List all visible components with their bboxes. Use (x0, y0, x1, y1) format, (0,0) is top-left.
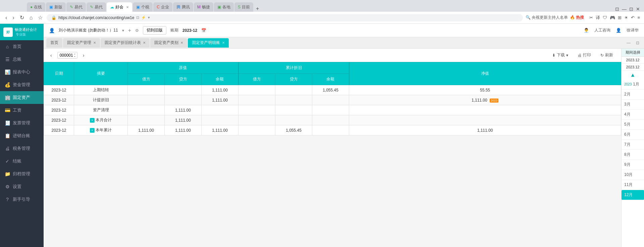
ledger-table: 日期 摘要 原值 累计折旧 净值 借方 贷方 余额 借方 贷方 余额 (44, 62, 621, 135)
tabs-bar: 首页 固定资产管理 ✕ 固定资产折旧统计表 ✕ 固定资产类别 ✕ 固定资产明细账… (44, 37, 644, 49)
top-bar-right: 👨‍💼 人工咨询 👤 徐译华 (584, 27, 639, 33)
browser-tab-changjie[interactable]: M 畅捷 (194, 2, 213, 12)
minimize-panel-button[interactable]: — (625, 40, 633, 46)
close-tab-detail-icon[interactable]: ✕ (222, 41, 225, 45)
sidebar-item-settings[interactable]: ⚙ 设置 (0, 180, 44, 193)
scroll-up-button[interactable]: ▲ (622, 71, 644, 79)
home-button[interactable]: ⌂ (28, 14, 34, 21)
browser-tab-gedi[interactable]: ▣ 各地 (214, 2, 234, 12)
col-original-value: 原值 (128, 62, 238, 74)
monthly-total-icon: + (90, 118, 95, 123)
period-month-2[interactable]: 2月 (622, 89, 644, 100)
table-row: 2023-12 资产清理 1,111.00 (44, 105, 621, 115)
close-tab-cat-icon[interactable]: ✕ (180, 41, 183, 45)
download-button[interactable]: ⬇ 下载 ▾ (549, 51, 571, 59)
col-orig-credit: 贷方 (165, 74, 202, 85)
table-row: 2023-12 + 本月合计 1,111.00 (44, 115, 621, 125)
sidebar-item-general-ledger[interactable]: ☰ 总账 (0, 53, 44, 66)
period-month-5[interactable]: 5月 (622, 120, 644, 130)
browser-tab-new[interactable]: ▣ 新版 (46, 2, 66, 12)
print-button[interactable]: 🖨 打印 (575, 51, 594, 59)
switch-version-button[interactable]: 切到旧版 (143, 26, 166, 35)
add-account-button[interactable]: + (128, 27, 131, 34)
tax-icon: 🖨 (5, 146, 10, 151)
refresh-button[interactable]: ↻ 刷新 (598, 51, 616, 59)
sidebar-item-invoice[interactable]: 🧾 发票管理 (0, 117, 44, 129)
tab-depreciation-stats[interactable]: 固定资产折旧统计表 ✕ (101, 38, 150, 48)
tab-category[interactable]: 固定资产类别 ✕ (150, 38, 187, 48)
toolbar-right: ⬇ 下载 ▾ 🖨 打印 ↻ 刷新 (549, 51, 616, 59)
period-month-3[interactable]: 3月 (622, 100, 644, 110)
logo-icon: 好 (3, 27, 13, 37)
browser-tab-geshui[interactable]: ▣ 个税 (133, 2, 153, 12)
sidebar-item-close-period[interactable]: ✓ 结账 (0, 155, 44, 168)
page-input[interactable] (57, 52, 77, 59)
close-tab-dep-icon[interactable]: ✕ (143, 41, 146, 45)
sidebar-item-archive[interactable]: 📁 归档管理 (0, 168, 44, 180)
support-link[interactable]: 人工咨询 (594, 27, 610, 33)
dropdown-icon[interactable]: ▾ (122, 28, 124, 33)
maximize-panel-button[interactable]: ⊡ (634, 40, 641, 46)
period-month-6[interactable]: 6月 (622, 130, 644, 140)
tab-home[interactable]: 首页 (46, 38, 62, 48)
calendar-icon[interactable]: 📅 (201, 28, 206, 33)
settings-small-icon[interactable]: ⚙ (135, 28, 139, 33)
close-tab-mgmt-icon[interactable]: ✕ (93, 41, 96, 45)
period-selected-end: 2023.12 (622, 64, 644, 71)
period-month-1[interactable]: 2023 1月 (622, 79, 644, 89)
forward-button[interactable]: › (11, 14, 15, 21)
year-label: 2023 (624, 82, 632, 86)
col-accumulated-dep: 累计折旧 (238, 62, 349, 74)
sidebar: 好 畅捷通好会计 专业版 ⌂ 首页 ☰ 总账 📊 报表中心 💰 资金管理 (0, 24, 44, 247)
top-bar: 👤 刘小艳演示账套 (勿删勿动！）11 ▾ + ⚙ 切到旧版 账期 2023-1… (44, 24, 644, 37)
browser-tab-online[interactable]: ● 在线 (27, 2, 45, 12)
period-selected-start: 2023.12 (622, 57, 644, 64)
sidebar-item-reports[interactable]: 📊 报表中心 (0, 66, 44, 78)
guide-icon: ? (5, 197, 10, 202)
table-row: 2023-12 + 本年累计 1,111.00 1,111.00 1,111.0… (44, 125, 621, 135)
period-month-10[interactable]: 10月 (622, 170, 644, 180)
sidebar-item-fixed-assets[interactable]: 🏢 固定资产 (0, 91, 44, 104)
close-period-icon: ✓ (5, 159, 10, 164)
sidebar-item-tax[interactable]: 🖨 税务管理 (0, 142, 44, 155)
period-month-8[interactable]: 8月 (622, 150, 644, 160)
tab-detail-ledger[interactable]: 固定资产明细账 ✕ (188, 38, 229, 48)
sidebar-menu: ⌂ 首页 ☰ 总账 📊 报表中心 💰 资金管理 🏢 固定资产 💳 工资 (0, 40, 44, 247)
sidebar-item-funds[interactable]: 💰 资金管理 (0, 78, 44, 91)
browser-tab-yidai2[interactable]: ✎ 易代 (87, 2, 106, 12)
ledger-main: ‹ › ⬇ 下载 ▾ 🖨 打印 ↻ (44, 49, 621, 247)
assets-icon: 🏢 (5, 95, 10, 100)
period-month-11[interactable]: 11月 (622, 180, 644, 190)
user-info[interactable]: 徐译华 (627, 27, 639, 33)
logo-text: 畅捷通好会计 (15, 27, 37, 32)
content-area: ‹ › ⬇ 下载 ▾ 🖨 打印 ↻ (44, 49, 644, 247)
browser-tab-yidai1[interactable]: ✎ 易代 (66, 2, 86, 12)
close-tab-icon[interactable]: ✕ (126, 5, 129, 9)
browser-tab-tengxun[interactable]: 腾 腾讯 (173, 2, 193, 12)
sidebar-item-payroll[interactable]: 💳 工资 (0, 104, 44, 117)
period-month-12[interactable]: 12月 (622, 190, 644, 200)
browser-tab-qiye[interactable]: C 企业 (153, 2, 172, 12)
period-panel: 期间选择 2023.12 2023.12 ▲ 2023 1月 2月 3月 4月 (621, 49, 644, 247)
col-desc: 摘要 (74, 62, 128, 85)
col-accum-credit: 贷方 (275, 74, 312, 85)
next-page-button[interactable]: › (82, 52, 86, 59)
back-button[interactable]: ‹ (4, 14, 8, 21)
sidebar-item-home[interactable]: ⌂ 首页 (0, 40, 44, 53)
period-month-7[interactable]: 7月 (622, 140, 644, 150)
tab-fixed-assets-mgmt[interactable]: 固定资产管理 ✕ (63, 38, 100, 48)
sidebar-item-guide[interactable]: ? 新手引导 (0, 193, 44, 206)
address-bar[interactable]: 🔒 https://cloud.chanjet.com/accounting/u… (47, 14, 523, 21)
bookmark-button[interactable]: ☆ (37, 14, 44, 21)
period-month-9[interactable]: 9月 (622, 160, 644, 170)
table-row: 2023-12 计提折旧 1,111.00 1,111.00 2023 (44, 95, 621, 105)
account-name: 刘小艳演示账套 (勿删勿动！）11 (59, 27, 118, 33)
year-badge: 2023 (490, 99, 498, 103)
refresh-browser-button[interactable]: ↻ (18, 14, 25, 21)
period-month-4[interactable]: 4月 (622, 110, 644, 120)
prev-page-button[interactable]: ‹ (49, 52, 53, 59)
browser-tab-muqian[interactable]: S 目前 (234, 2, 253, 12)
sidebar-item-sales[interactable]: 📋 进销台账 (0, 129, 44, 142)
new-tab-button[interactable]: + (254, 6, 261, 12)
browser-tab-haohui[interactable]: ☁ 好会 ✕ (107, 2, 132, 12)
